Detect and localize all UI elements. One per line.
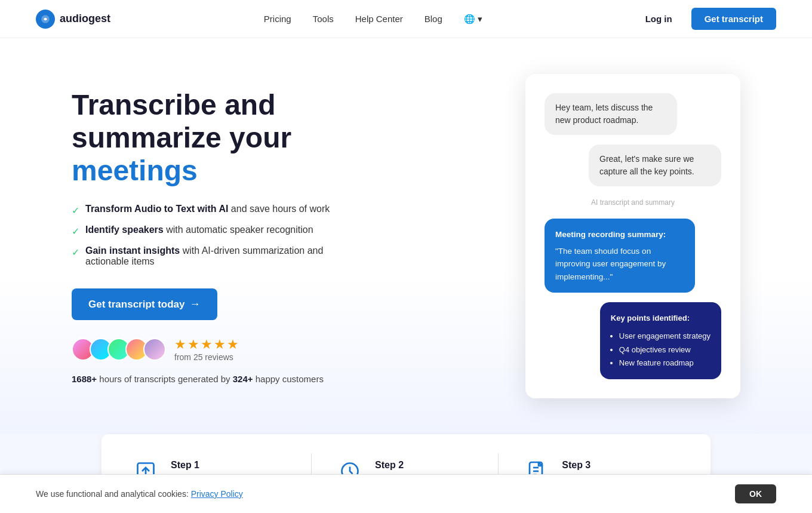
check-icon-3: ✓ [72,247,79,258]
nav-link-blog[interactable]: Blog [425,14,442,24]
keypoints-list: User engagement strategy Q4 objectives r… [611,330,710,369]
chat-mockup: Hey team, lets discuss the new product r… [525,74,740,398]
feature-item-3: ✓ Gain instant insights with AI-driven s… [72,245,358,267]
arrow-icon: → [190,298,201,311]
stats-text: 1688+ hours of transcripts generated by … [72,374,358,384]
chat-summary: Meeting recording summary: "The team sho… [545,219,695,293]
login-button[interactable]: Log in [636,9,682,29]
language-selector[interactable]: 🌐 ▾ [464,14,482,24]
feature-item-1: ✓ Transform Audio to Text with AI and sa… [72,204,358,216]
divider-label: AI transcript and summary [545,198,721,207]
rating-block: ★★★★★ from 25 reviews [174,337,240,362]
cookie-banner: We use functional and analytical cookies… [0,474,812,513]
star-rating: ★★★★★ [174,337,240,352]
privacy-policy-link[interactable]: Privacy Policy [191,489,243,499]
keypoint-1: User engagement strategy [619,330,710,343]
hero-title: Transcribe and summarize your meetings [72,88,358,188]
chevron-down-icon: ▾ [478,14,482,24]
review-count: from 25 reviews [174,352,240,362]
logo-text: audiogest [60,13,110,25]
avatar-group [72,338,166,361]
cookie-ok-button[interactable]: OK [735,484,776,503]
hero-content: Transcribe and summarize your meetings ✓… [72,88,358,385]
logo-svg [40,14,51,24]
nav-links: Pricing Tools Help Center Blog 🌐 ▾ [264,14,482,24]
logo-icon [36,10,55,29]
feature-list: ✓ Transform Audio to Text with AI and sa… [72,204,358,267]
check-icon-2: ✓ [72,226,79,237]
nav-link-pricing[interactable]: Pricing [264,14,291,24]
chat-bubble-1: Hey team, lets discuss the new product r… [545,93,677,135]
nav-link-tools[interactable]: Tools [313,14,334,24]
get-transcript-button[interactable]: Get transcript [691,8,776,30]
check-icon-1: ✓ [72,205,79,216]
cookie-text: We use functional and analytical cookies… [36,489,243,499]
social-proof: ★★★★★ from 25 reviews [72,337,358,362]
avatar-5 [143,338,166,361]
hero-cta-button[interactable]: Get transcript today → [72,288,217,320]
feature-item-2: ✓ Identify speakers with automatic speak… [72,225,358,237]
chat-bubble-2: Great, let's make sure we capture all th… [589,145,721,186]
logo[interactable]: audiogest [36,10,110,29]
hero-section: Transcribe and summarize your meetings ✓… [0,38,812,434]
nav-actions: Log in Get transcript [636,8,776,30]
chat-keypoints: Key points identified: User engagement s… [600,302,721,379]
nav-link-help[interactable]: Help Center [355,14,403,24]
globe-icon: 🌐 [464,14,475,24]
keypoint-3: New feature roadmap [619,357,710,370]
hero-illustration: Hey team, lets discuss the new product r… [525,74,740,398]
hero-title-accent: meetings [72,155,198,186]
keypoint-2: Q4 objectives review [619,343,710,357]
navbar: audiogest Pricing Tools Help Center Blog… [0,0,812,38]
